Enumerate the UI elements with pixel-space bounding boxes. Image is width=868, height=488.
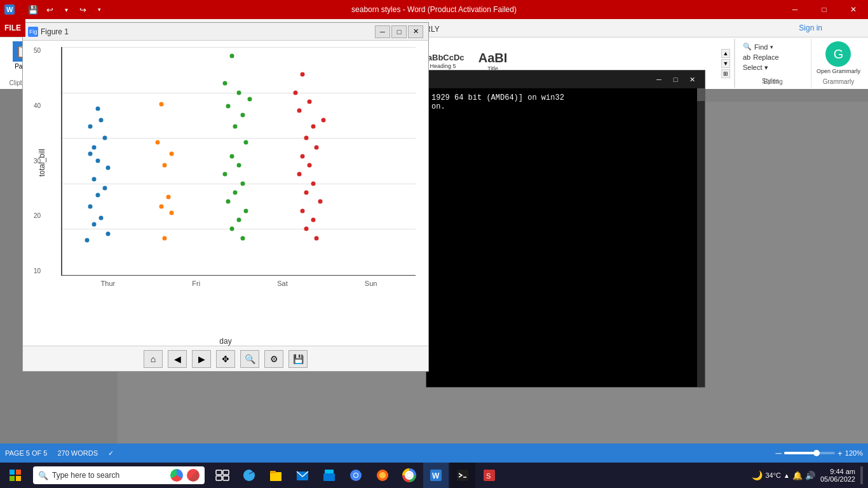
taskview-btn[interactable] — [210, 463, 235, 488]
taskbar-search[interactable]: 🔍 Type here to search — [33, 466, 205, 484]
zoom-slider[interactable] — [784, 452, 835, 454]
dot-thu-15 — [102, 136, 107, 140]
fig-save-btn[interactable]: 💾 — [288, 350, 308, 368]
svg-rect-5 — [16, 470, 21, 475]
file-tab[interactable]: FILE — [0, 19, 25, 37]
undo-qat-btn[interactable]: ↩ — [42, 2, 57, 17]
zoom-out-btn[interactable]: ─ — [776, 449, 782, 458]
console-max-btn[interactable]: □ — [668, 73, 683, 86]
signin-btn[interactable]: Sign in — [791, 19, 830, 37]
dot-sat-14 — [237, 218, 241, 222]
dot-sun-3 — [297, 109, 301, 113]
svg-rect-15 — [323, 473, 335, 481]
figure-min-btn[interactable]: ─ — [375, 25, 390, 38]
x-tick-thur: Thur — [101, 280, 116, 287]
close-btn[interactable]: ✕ — [839, 0, 868, 19]
taskbar: 🔍 Type here to search — [0, 463, 868, 488]
fig-home-btn[interactable]: ⌂ — [144, 350, 163, 368]
browser2-btn[interactable] — [370, 463, 395, 488]
fig-move-btn[interactable]: ✥ — [216, 350, 235, 368]
app2-btn[interactable]: S — [477, 463, 502, 488]
fig-zoom-btn[interactable]: 🔍 — [240, 350, 259, 368]
dot-fri-7 — [170, 211, 174, 215]
store-btn[interactable] — [316, 463, 342, 488]
console-scrollbar[interactable] — [697, 88, 705, 387]
console-min-btn[interactable]: ─ — [651, 73, 667, 86]
y-tick-50: 50 — [34, 47, 41, 54]
y-tick-20: 20 — [34, 212, 41, 219]
minimize-btn[interactable]: ─ — [780, 0, 810, 19]
dot-sat-9 — [222, 172, 227, 177]
styles-scroll-up[interactable]: ▲ — [721, 49, 730, 58]
dot-thu-4 — [95, 106, 100, 111]
redo-qat-btn[interactable]: ↪ — [75, 2, 90, 17]
chart-container: 50 40 30 20 10 — [61, 47, 416, 276]
edge-btn[interactable] — [236, 463, 262, 488]
svg-rect-4 — [10, 470, 15, 475]
fig-config-btn[interactable]: ⚙ — [264, 350, 283, 368]
zoom-progress — [784, 452, 815, 454]
fig-forward-btn[interactable]: ▶ — [192, 350, 211, 368]
svg-rect-11 — [223, 476, 229, 480]
styles-expand[interactable]: ⊞ — [721, 69, 730, 78]
scrollbar-thumb — [697, 88, 705, 101]
terminal-btn[interactable] — [450, 463, 475, 488]
fig-back-btn[interactable]: ◀ — [168, 350, 187, 368]
dot-fri-8 — [163, 236, 167, 240]
find-label: Find — [754, 43, 768, 51]
time-text: 9:44 am — [820, 468, 855, 475]
svg-rect-6 — [10, 476, 15, 481]
svg-rect-7 — [16, 476, 21, 481]
save-qat-btn[interactable]: 💾 — [25, 2, 41, 17]
customize-qat-btn[interactable]: ▾ — [92, 2, 107, 17]
console-line-2: on. — [431, 102, 700, 111]
dot-thu-16 — [88, 125, 93, 129]
svg-point-19 — [354, 473, 358, 477]
sys-icons: 🌙 34°C ▲ 🔔 🔊 — [752, 470, 815, 480]
network-icon: 🔔 — [792, 471, 803, 480]
grammarly-icon[interactable]: G — [825, 41, 851, 67]
taskbar-right: 🌙 34°C ▲ 🔔 🔊 9:44 am 05/06/2022 — [752, 466, 868, 484]
figure-titlebar: Fig Figure 1 ─ □ ✕ — [23, 23, 428, 41]
zoom-in-btn[interactable]: + — [837, 449, 843, 458]
grammarly-label: Grammarly — [823, 78, 854, 85]
search-text: Type here to search — [52, 471, 166, 480]
undo-arrow-qat-btn[interactable]: ▾ — [58, 2, 74, 17]
taskbar-apps: W S — [210, 463, 502, 488]
show-desktop-btn[interactable] — [860, 466, 863, 484]
dot-sun-16 — [293, 90, 297, 95]
dot-thu-12 — [106, 231, 111, 236]
svg-point-21 — [379, 472, 386, 478]
mail-btn[interactable] — [290, 463, 315, 488]
svg-rect-16 — [325, 470, 334, 473]
clock[interactable]: 9:44 am 05/06/2022 — [820, 468, 855, 483]
chrome2-btn[interactable] — [397, 463, 422, 488]
svg-rect-8 — [216, 470, 222, 475]
start-btn[interactable] — [0, 463, 31, 488]
replace-btn[interactable]: ab Replace — [740, 52, 806, 62]
styles-scroll-down[interactable]: ▼ — [721, 59, 730, 68]
dot-sun-10 — [311, 181, 315, 186]
dot-sat-4 — [240, 113, 245, 118]
explorer-btn[interactable] — [263, 463, 288, 488]
dot-thu-10 — [99, 215, 104, 220]
word-app-btn[interactable]: W — [423, 463, 449, 488]
figure-max-btn[interactable]: □ — [391, 25, 407, 38]
select-btn[interactable]: Select ▾ — [740, 62, 806, 73]
temp-text: 34°C — [765, 471, 781, 479]
dot-thu-9 — [88, 204, 93, 208]
svg-rect-10 — [216, 476, 222, 480]
grid-10 — [62, 229, 416, 229]
dot-thu-6 — [92, 177, 97, 181]
find-btn[interactable]: 🔍 Find ▾ — [740, 41, 806, 52]
tray-expand-btn[interactable]: ▲ — [783, 472, 790, 479]
console-close-btn[interactable]: ✕ — [684, 73, 700, 86]
dot-sat-11 — [233, 191, 238, 195]
maximize-btn[interactable]: □ — [810, 0, 839, 19]
figure-close-btn[interactable]: ✕ — [408, 25, 423, 38]
y-tick-10: 10 — [34, 268, 41, 274]
zoom-control: ─ + 120% — [776, 449, 863, 458]
chrome-btn[interactable] — [343, 463, 369, 488]
console-titlebar: ─ □ ✕ — [426, 71, 705, 88]
svg-rect-12 — [270, 472, 281, 481]
